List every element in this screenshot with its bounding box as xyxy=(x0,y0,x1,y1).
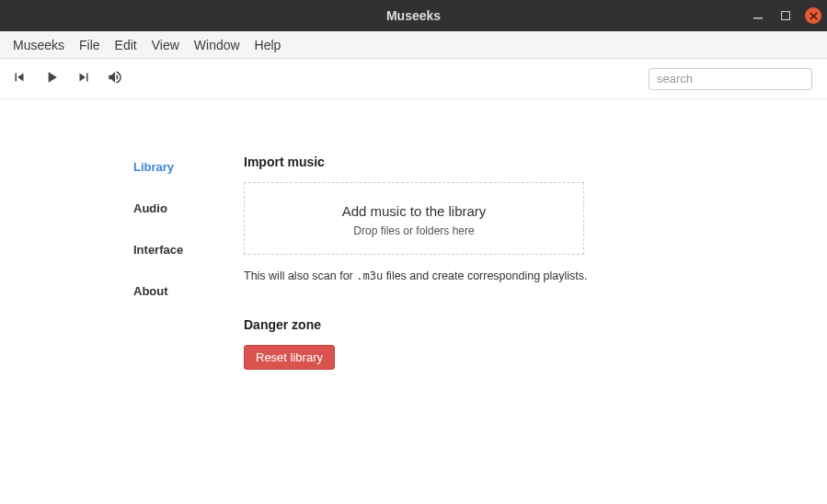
maximize-icon[interactable] xyxy=(777,7,794,24)
next-icon[interactable] xyxy=(75,69,92,88)
dropzone-subtitle: Drop files or folders here xyxy=(254,224,574,237)
svg-rect-1 xyxy=(782,12,790,20)
close-icon[interactable] xyxy=(805,7,821,24)
window-controls xyxy=(750,7,821,24)
search-input[interactable] xyxy=(649,68,812,90)
sidebar-item-audio[interactable]: Audio xyxy=(133,196,225,221)
playback-controls xyxy=(11,68,123,89)
sidebar-item-interface[interactable]: Interface xyxy=(133,237,225,262)
sidebar-item-label: Interface xyxy=(133,243,183,257)
previous-icon[interactable] xyxy=(11,69,28,88)
sidebar-item-label: Audio xyxy=(133,201,167,215)
window-title: Museeks xyxy=(386,8,441,23)
play-icon[interactable] xyxy=(42,68,61,89)
sidebar-item-library[interactable]: Library xyxy=(133,155,225,179)
sidebar-item-label: Library xyxy=(133,160,174,174)
menu-museeks[interactable]: Museeks xyxy=(6,33,72,57)
dropzone-title: Add music to the library xyxy=(254,203,574,219)
menu-window[interactable]: Window xyxy=(187,33,247,57)
toolbar xyxy=(0,59,827,99)
minimize-icon[interactable] xyxy=(750,7,766,24)
sidebar-item-about[interactable]: About xyxy=(133,279,225,304)
menu-help[interactable]: Help xyxy=(247,33,289,57)
danger-zone-title: Danger zone xyxy=(244,317,799,332)
sidebar-item-label: About xyxy=(133,284,168,298)
library-dropzone[interactable]: Add music to the library Drop files or f… xyxy=(244,182,584,255)
settings-main: Import music Add music to the library Dr… xyxy=(244,155,827,370)
content: Library Audio Interface About Import mus… xyxy=(0,99,827,370)
m3u-code: .m3u xyxy=(356,269,383,282)
menu-file[interactable]: File xyxy=(72,33,108,57)
menubar: Museeks File Edit View Window Help xyxy=(0,31,827,59)
scan-note: This will also scan for .m3u files and c… xyxy=(244,269,799,282)
volume-icon[interactable] xyxy=(107,69,123,88)
settings-sidebar: Library Audio Interface About xyxy=(0,155,244,370)
reset-library-button[interactable]: Reset library xyxy=(244,345,335,370)
svg-rect-0 xyxy=(753,17,763,19)
search-wrap xyxy=(649,68,812,90)
menu-edit[interactable]: Edit xyxy=(108,33,144,57)
menu-view[interactable]: View xyxy=(144,33,187,57)
import-music-title: Import music xyxy=(244,155,799,169)
titlebar: Museeks xyxy=(0,0,827,31)
